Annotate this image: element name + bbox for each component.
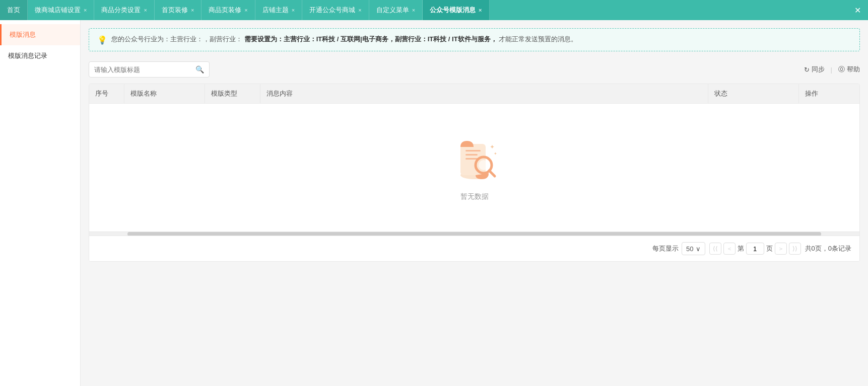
sidebar: 模版消息 模版消息记录 [0,20,81,386]
tab-home-label: 首页 [7,6,20,15]
page-size-dropdown[interactable]: 50 ∨ [682,242,705,255]
sidebar-item-template-record-label: 模版消息记录 [8,52,47,59]
page-size-select: 每页显示 50 ∨ [652,242,705,255]
page-total: 共0页，0条记录 [805,244,851,253]
empty-text: 暂无数据 [460,192,489,201]
svg-line-7 [489,171,495,176]
search-bar: 🔍 ↻ 同步 | ⓪ 帮助 [89,61,860,78]
page-label: 第 [738,244,744,253]
empty-state: ✦ ✦ 暂无数据 [89,104,859,231]
table-header: 序号 模版名称 模版类型 消息内容 状态 操作 [89,84,859,104]
divider: | [831,66,832,73]
tab-store-theme[interactable]: 店铺主题 × [255,0,302,20]
sidebar-item-template-message[interactable]: 模版消息 [0,24,80,45]
notice-prefix: 您的公众号行业为：主营行业：，副营行业： [111,35,242,43]
tab-home-decoration[interactable]: 首页装修 × [155,0,202,20]
tab-template-message-close[interactable]: × [479,7,482,13]
data-table: 序号 模版名称 模版类型 消息内容 状态 操作 [89,84,860,262]
svg-text:✦: ✦ [490,143,495,150]
tab-store-theme-close[interactable]: × [292,7,295,13]
svg-text:✦: ✦ [494,151,497,156]
tab-open-mall-close[interactable]: × [358,7,361,13]
notice-highlight: 需要设置为：主营行业：IT科技 / 互联网|电子商务，副营行业：IT科技 / I… [244,35,497,43]
help-button[interactable]: ⓪ 帮助 [838,65,860,74]
tab-bar: 首页 微商城店铺设置 × 商品分类设置 × 首页装修 × 商品页装修 × 店铺主… [0,0,868,20]
content-area: 💡 您的公众号行业为：主营行业：，副营行业： 需要设置为：主营行业：IT科技 /… [81,20,868,386]
tab-category-settings-close[interactable]: × [144,7,147,13]
scrollbar-thumb[interactable] [127,232,821,236]
pagination: 每页显示 50 ∨ ⟨⟨ ＜ 第 页 ＞ ⟩⟩ [89,236,859,261]
search-actions: ↻ 同步 | ⓪ 帮助 [804,65,860,74]
notice-text: 您的公众号行业为：主营行业：，副营行业： 需要设置为：主营行业：IT科技 / 互… [111,35,577,44]
col-header-name: 模版名称 [124,84,205,103]
horizontal-scrollbar[interactable] [89,231,859,236]
tab-shop-settings-close[interactable]: × [84,7,87,13]
main-layout: 模版消息 模版消息记录 💡 您的公众号行业为：主营行业：，副营行业： 需要设置为… [0,20,868,386]
tab-custom-menu[interactable]: 自定义菜单 × [369,0,423,20]
tab-shop-settings-label: 微商城店铺设置 [35,6,81,15]
sync-icon: ↻ [804,66,810,73]
prev-page-button[interactable]: ＜ [723,243,736,255]
col-header-status: 状态 [708,84,799,103]
last-page-button[interactable]: ⟩⟩ [789,243,801,255]
page-size-value: 50 [686,245,693,253]
col-header-content: 消息内容 [260,84,708,103]
sync-button[interactable]: ↻ 同步 [804,65,825,74]
tab-custom-menu-label: 自定义菜单 [376,6,409,15]
svg-rect-3 [465,154,478,156]
tab-open-mall[interactable]: 开通公众号商城 × [302,0,369,20]
page-unit: 页 [766,244,773,253]
help-icon: ⓪ [838,65,845,74]
tab-category-settings-label: 商品分类设置 [101,6,141,15]
empty-icon: ✦ ✦ [449,134,500,184]
tab-product-decoration[interactable]: 商品页装修 × [202,0,255,20]
chevron-down-icon: ∨ [696,245,701,253]
tab-home[interactable]: 首页 [0,0,28,20]
tab-product-decoration-label: 商品页装修 [209,6,241,15]
notice-box: 💡 您的公众号行业为：主营行业：，副营行业： 需要设置为：主营行业：IT科技 /… [89,28,860,51]
tab-custom-menu-close[interactable]: × [412,7,415,13]
col-header-index: 序号 [89,84,124,103]
search-input[interactable] [94,66,195,73]
tab-home-decoration-close[interactable]: × [191,7,194,13]
search-icon[interactable]: 🔍 [195,65,204,73]
notice-suffix: 才能正常发送预置的消息。 [499,35,577,43]
page-navigation: ⟨⟨ ＜ 第 页 ＞ ⟩⟩ [709,243,801,255]
sidebar-item-template-message-label: 模版消息 [10,31,36,38]
col-header-action: 操作 [799,84,859,103]
tab-shop-settings[interactable]: 微商城店铺设置 × [28,0,94,20]
page-input-wrap: 第 页 [738,243,773,255]
notice-icon: 💡 [97,35,107,45]
tab-home-decoration-label: 首页装修 [162,6,188,15]
svg-point-6 [479,160,489,170]
tab-template-message[interactable]: 公众号模版消息 × [423,0,489,20]
tab-open-mall-label: 开通公众号商城 [309,6,355,15]
next-page-button[interactable]: ＞ [775,243,787,255]
first-page-button[interactable]: ⟨⟨ [709,243,721,255]
tab-template-message-label: 公众号模版消息 [430,6,476,15]
tab-store-theme-label: 店铺主题 [262,6,289,15]
help-label: 帮助 [847,65,860,74]
tab-product-decoration-close[interactable]: × [244,7,247,13]
sync-label: 同步 [812,65,825,74]
col-header-type: 模版类型 [205,84,260,103]
sidebar-item-template-record[interactable]: 模版消息记录 [0,45,80,66]
page-size-label: 每页显示 [652,244,679,253]
tab-category-settings[interactable]: 商品分类设置 × [94,0,154,20]
tab-bar-close-all[interactable]: ✕ [847,0,868,20]
search-input-wrap: 🔍 [89,61,210,78]
svg-rect-2 [465,150,481,151]
page-number-input[interactable] [746,243,764,255]
